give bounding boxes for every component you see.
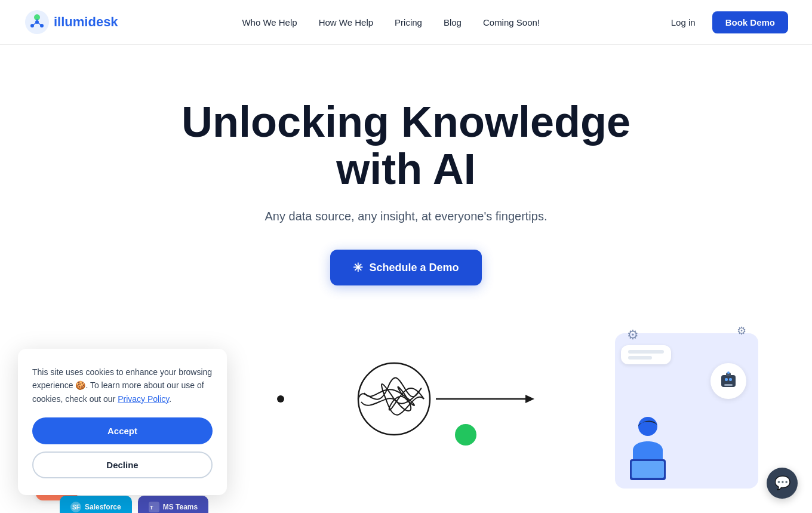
schedule-demo-button[interactable]: ✳ Schedule a Demo: [330, 250, 481, 285]
person-figure: [624, 414, 672, 483]
schedule-demo-label: Schedule a Demo: [369, 262, 459, 274]
privacy-policy-link[interactable]: Privacy Policy: [118, 394, 169, 404]
svg-rect-31: [724, 384, 733, 386]
robot-illustration: ⚙ ⚙: [615, 333, 776, 489]
svg-marker-26: [525, 395, 534, 403]
svg-point-34: [638, 417, 657, 436]
nav-who-we-help[interactable]: Who We Help: [242, 17, 297, 27]
nav-pricing[interactable]: Pricing: [395, 17, 422, 27]
logo[interactable]: illumidesk: [24, 9, 118, 35]
nav-coming-soon[interactable]: Coming Soon!: [483, 17, 540, 27]
svg-rect-30: [729, 378, 732, 381]
nav-links: Who We Help How We Help Pricing Blog Com…: [242, 17, 540, 27]
ms-teams-badge: T MS Teams: [138, 496, 208, 513]
sparkle-icon: ✳: [353, 260, 363, 275]
svg-point-23: [277, 395, 284, 403]
cookie-message: This site uses cookies to enhance your b…: [32, 365, 213, 406]
gear-left-icon: ⚙: [627, 327, 639, 343]
salesforce-badge: SF Salesforce: [60, 496, 132, 513]
hero-title: Unlocking Knowledge with AI: [137, 99, 675, 193]
svg-point-27: [455, 424, 476, 446]
svg-text:SF: SF: [72, 504, 80, 511]
svg-text:T: T: [150, 505, 153, 511]
cookie-banner: This site uses cookies to enhance your b…: [18, 349, 227, 495]
hero-section: Unlocking Knowledge with AI Any data sou…: [0, 45, 812, 321]
nav-right: Log in Book Demo: [664, 11, 788, 33]
decline-button[interactable]: Decline: [32, 451, 213, 478]
chat-bubble-button[interactable]: 💬: [767, 468, 798, 499]
svg-rect-29: [725, 378, 728, 381]
svg-point-33: [727, 371, 730, 374]
nav-how-we-help[interactable]: How We Help: [319, 17, 373, 27]
book-demo-button[interactable]: Book Demo: [712, 11, 788, 33]
accept-button[interactable]: Accept: [32, 417, 213, 444]
speech-bubble: [621, 345, 671, 364]
logo-text: illumidesk: [54, 14, 118, 30]
svg-rect-36: [632, 461, 664, 478]
gear-right-icon: ⚙: [737, 324, 746, 337]
nav-blog[interactable]: Blog: [444, 17, 462, 27]
bottom-badges: SF Salesforce T MS Teams: [60, 496, 208, 513]
hero-subtitle: Any data source, any insight, at everyon…: [24, 210, 788, 223]
chat-icon: 💬: [774, 475, 791, 491]
navbar: illumidesk Who We Help How We Help Prici…: [0, 0, 812, 45]
login-button[interactable]: Log in: [664, 13, 703, 32]
